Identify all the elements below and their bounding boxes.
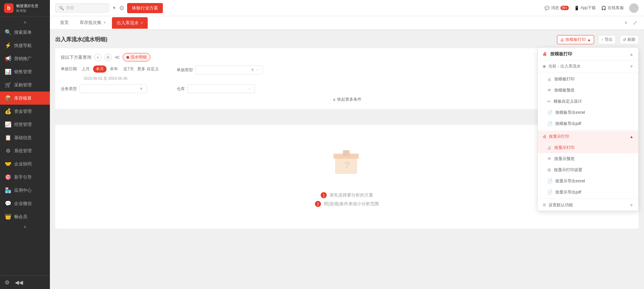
dropdown-template-export-excel[interactable]: 📄 按模板导出excel — [538, 107, 638, 118]
doc-type-label: 单据类型 — [177, 67, 193, 73]
tab-home[interactable]: 首页 — [55, 17, 74, 29]
topbar-settings-icon[interactable]: ⚙ — [119, 4, 124, 12]
date-custom[interactable]: 自定义 — [147, 66, 159, 72]
phone-icon: 📱 — [574, 6, 579, 10]
doc-type-select[interactable]: ▼ ··· — [196, 65, 263, 74]
dropdown-template-export-pdf[interactable]: 📄 按模板导出pdf — [538, 118, 638, 129]
message-icon: 💬 — [545, 6, 550, 10]
step-2-number: 2 — [315, 201, 321, 207]
dropdown-display-print[interactable]: 🖨 按显示打印 — [538, 142, 638, 153]
dropdown-display-preview[interactable]: 👁 按显示预览 — [538, 153, 638, 164]
app-download-button[interactable]: 📱 App下载 — [574, 5, 596, 11]
dropdown-display-section-header[interactable]: 🖨 按显示打印 ▲ — [538, 131, 638, 142]
sidebar: b 畅捷通好生意 标准版 ▲ 🔍 搜索菜单 ⚡ 快捷导航 📢 营销推广 📊 销售… — [0, 0, 50, 289]
filter-tag-dot — [126, 56, 129, 59]
topbar-dropdown-icon[interactable]: ▼ — [112, 5, 116, 10]
window-close-icon[interactable]: × — [623, 19, 629, 27]
template-preview-icon: 👁 — [547, 88, 552, 93]
dropdown-display-print-settings[interactable]: ⚙ 按显示打印设置 — [538, 164, 638, 176]
dropdown-display-section-arrow: ▲ — [630, 134, 634, 139]
sidebar-item-purchase[interactable]: 🛒 采购管理 — [0, 78, 50, 91]
filter-add-button[interactable]: + — [94, 54, 101, 61]
sidebar-item-shortcut[interactable]: ⚡ 快捷导航 — [0, 39, 50, 52]
sidebar-item-cooperation[interactable]: 🤝 企业协同 — [0, 157, 50, 170]
filter-collapse-icon[interactable]: ≪ — [114, 54, 120, 60]
date-prev-month[interactable]: 上月 — [80, 65, 92, 73]
dropdown-display-section-icon: 🖨 — [543, 134, 547, 139]
page-header: 出入库流水(流水明细) 🖨 按模板打印 ▲ ↑ 导出 ↺ 刷新 — [55, 35, 639, 44]
dropdown-current-selection[interactable]: ◉ 当前：出入库流水 ▼ — [538, 61, 638, 72]
template-design-icon: ✏ — [547, 99, 551, 104]
date-more[interactable]: 更多 — [137, 66, 145, 72]
sidebar-item-newguide[interactable]: 🎯 新手引导 — [0, 170, 50, 184]
filter-settings-button[interactable]: ⚙ — [104, 54, 112, 61]
dropdown-set-default[interactable]: ⚙ 设置默认功能 ▼ — [538, 200, 638, 211]
display-preview-icon: 👁 — [547, 156, 552, 161]
sidebar-nav: ▲ 🔍 搜索菜单 ⚡ 快捷导航 📢 营销推广 📊 销售管理 🛒 采购管理 📦 库… — [0, 17, 50, 275]
tab-batch[interactable]: 库存批次账 × — [75, 17, 111, 29]
footer-collapse-icon[interactable]: ◀◀ — [15, 279, 23, 286]
export-action[interactable]: ↑ 导出 — [598, 35, 616, 44]
dropdown-print-icon: 🖨 — [543, 51, 547, 56]
industry-solution-button[interactable]: 体验行业方案 — [127, 3, 163, 13]
warehouse-select[interactable]: ··· — [187, 84, 255, 93]
messages-button[interactable]: 💬 消息 99+ — [545, 5, 569, 11]
sidebar-item-member[interactable]: 👑 畅会员 — [0, 210, 50, 223]
dropdown-display-export-excel[interactable]: 📄 按显示导出excel — [538, 176, 638, 187]
footer-settings-icon[interactable]: ⚙ — [5, 279, 9, 286]
date-current-year[interactable]: 本年 — [108, 65, 120, 73]
filter-biz-type-field: 业务类型 ▼ — [61, 84, 169, 93]
sidebar-item-wechat[interactable]: 💬 企业微信 — [0, 197, 50, 210]
sidebar-item-search[interactable]: 🔍 搜索菜单 — [0, 26, 50, 39]
date-shortcuts: 上月 本月 本年 近7天 更多 自定义 — [80, 65, 159, 73]
biz-type-select[interactable]: ▼ — [80, 84, 147, 93]
empty-state: ? 1 请先选择要分析的方案 2 用[选项]条件来缩小分析范围 — [295, 125, 399, 229]
dropdown-default-arrow: ▼ — [630, 203, 634, 208]
sidebar-item-operations[interactable]: 📈 经营管理 — [0, 118, 50, 131]
tabs-right: × ⤢ — [623, 19, 639, 27]
date-current-month[interactable]: 本月 — [93, 65, 107, 73]
sidebar-item-basic[interactable]: 📋 基础信息 — [0, 131, 50, 144]
online-service-button[interactable]: 🎧 在线客服 — [601, 5, 624, 11]
headset-icon: 🎧 — [601, 6, 606, 10]
filter-tag[interactable]: 流水明细 — [123, 53, 150, 61]
empty-icon: ? — [330, 145, 364, 185]
app-logo-icon: b — [4, 3, 13, 13]
date-last-7days[interactable]: 近7天 — [121, 65, 136, 73]
dropdown-template-print[interactable]: 🖨 按模板打印 — [538, 74, 638, 85]
sidebar-item-finance[interactable]: 💰 资金管理 — [0, 105, 50, 118]
refresh-action[interactable]: ↺ 刷新 — [620, 35, 639, 44]
doc-type-more-icon[interactable]: ··· — [256, 68, 259, 72]
tab-flow-close[interactable]: × — [141, 21, 143, 25]
sidebar-item-marketing[interactable]: 📢 营销推广 — [0, 52, 50, 65]
sidebar-item-sales[interactable]: 📊 销售管理 — [0, 65, 50, 78]
topbar-search-box[interactable]: 🔍 搜索 — [55, 3, 109, 12]
topbar-search-placeholder: 搜索 — [66, 5, 74, 11]
doc-type-chevron-icon: ▼ — [251, 68, 255, 72]
page-title: 出入库流水(流水明细) — [55, 36, 108, 43]
dropdown-chevron-up-icon[interactable]: ▲ — [629, 52, 634, 57]
warehouse-more-icon[interactable]: ··· — [248, 86, 251, 91]
dropdown-template-preview[interactable]: 👁 按模板预览 — [538, 85, 638, 96]
dropdown-display-export-pdf[interactable]: 📄 按显示导出pdf — [538, 187, 638, 198]
display-pdf-icon: 📄 — [547, 190, 553, 195]
sidebar-item-inventory[interactable]: 📦 库存核算 — [0, 91, 50, 105]
sidebar-item-system[interactable]: ⚙ 系统管理 — [0, 144, 50, 157]
sidebar-scroll-down[interactable]: ▼ — [0, 223, 50, 231]
template-pdf-icon: 📄 — [547, 121, 553, 126]
chevron-up-icon: ∧ — [333, 97, 336, 102]
tab-batch-close[interactable]: × — [104, 20, 106, 25]
sidebar-footer: ⚙ ◀◀ — [0, 275, 50, 289]
sidebar-item-appstore[interactable]: 🏪 应用中心 — [0, 184, 50, 197]
template-print-action[interactable]: 🖨 按模板打印 ▲ — [557, 35, 594, 44]
empty-step-1: 1 请先选择要分析的方案 — [321, 192, 373, 198]
biz-type-chevron-icon: ▼ — [139, 86, 143, 91]
user-avatar[interactable] — [629, 3, 639, 13]
finance-icon: 💰 — [5, 108, 11, 114]
sidebar-scroll-up[interactable]: ▲ — [0, 18, 50, 26]
filter-label: 按以下方案查询 — [61, 54, 91, 60]
window-maximize-icon[interactable]: ⤢ — [632, 19, 639, 27]
dropdown-template-design[interactable]: ✏ 模板自定义设计 — [538, 96, 638, 107]
display-settings-icon: ⚙ — [547, 167, 551, 173]
tab-flow[interactable]: 出入库流水 × — [112, 17, 148, 29]
